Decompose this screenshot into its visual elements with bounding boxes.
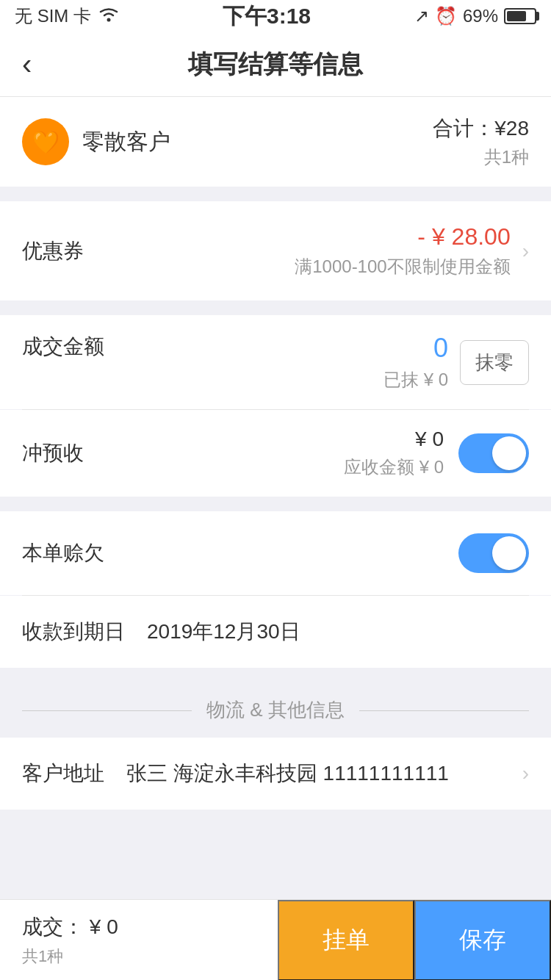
alarm-icon: ⏰ <box>435 6 457 26</box>
coupon-value: - ¥ 28.00 <box>295 223 510 251</box>
bottom-summary: 成交： ¥ 0 共1种 <box>0 900 278 980</box>
coupon-row[interactable]: 优惠券 - ¥ 28.00 满1000-100不限制使用金额 › <box>0 201 551 300</box>
save-button[interactable]: 保存 <box>414 900 551 980</box>
address-left: 客户地址 张三 海淀永丰科技园 11111111111 <box>22 760 449 788</box>
content-area: 🧡 零散客户 合计：¥28 共1种 优惠券 - ¥ 28.00 满1000-10… <box>0 97 551 912</box>
prepayment-toggle[interactable] <box>458 433 529 473</box>
due-date-value: 2019年12月30日 <box>147 618 300 646</box>
coupon-sub: 满1000-100不限制使用金额 <box>295 255 510 278</box>
battery-percent: 69% <box>463 6 498 26</box>
sim-status: 无 SIM 卡 <box>15 4 91 28</box>
address-row[interactable]: 客户地址 张三 海淀永丰科技园 11111111111 › <box>0 738 551 810</box>
status-left: 无 SIM 卡 <box>15 4 119 28</box>
prepayment-label: 冲预收 <box>22 439 84 467</box>
divider-5 <box>0 810 551 824</box>
bottom-count: 共1种 <box>22 945 256 968</box>
coupon-label: 优惠券 <box>22 237 84 265</box>
deal-amount-label: 成交金额 <box>22 333 104 361</box>
bottom-bar: 成交： ¥ 0 共1种 挂单 保存 <box>0 899 551 980</box>
deal-right: 0 已抹 ¥ 0 抹零 <box>383 333 529 392</box>
deal-amount-sub: 已抹 ¥ 0 <box>383 368 448 392</box>
page-title: 填写结算等信息 <box>188 48 363 82</box>
customer-avatar: 🧡 <box>22 118 69 165</box>
prepayment-sub: 应收金额 ¥ 0 <box>344 455 444 479</box>
logistics-header: 物流 & 其他信息 <box>0 682 551 738</box>
deal-amount-row: 成交金额 0 已抹 ¥ 0 抹零 <box>0 315 551 409</box>
customer-section: 🧡 零散客户 合计：¥28 共1种 <box>0 97 551 187</box>
customer-left: 🧡 零散客户 <box>22 118 170 165</box>
prepayment-row: 冲预收 ¥ 0 应收金额 ¥ 0 <box>0 410 551 497</box>
address-section: 客户地址 张三 海淀永丰科技园 11111111111 › <box>0 738 551 810</box>
credit-section: 本单赊欠 <box>0 511 551 595</box>
bottom-deal-label: 成交： <box>22 915 84 938</box>
address-label: 客户地址 <box>22 760 104 788</box>
round-zero-button[interactable]: 抹零 <box>460 340 529 385</box>
hold-order-button[interactable]: 挂单 <box>278 900 414 980</box>
avatar-icon: 🧡 <box>32 129 60 155</box>
coupon-values: - ¥ 28.00 满1000-100不限制使用金额 <box>295 223 510 278</box>
wifi-icon <box>98 6 119 26</box>
prepayment-values: ¥ 0 应收金额 ¥ 0 <box>344 428 444 479</box>
credit-label: 本单赊欠 <box>22 539 104 567</box>
divider-3 <box>0 497 551 511</box>
deal-input-area: 0 已抹 ¥ 0 <box>383 333 448 392</box>
credit-row: 本单赊欠 <box>0 511 551 595</box>
customer-right: 合计：¥28 共1种 <box>433 115 529 169</box>
back-button[interactable]: ‹ <box>22 48 32 81</box>
coupon-section: 优惠券 - ¥ 28.00 满1000-100不限制使用金额 › <box>0 201 551 300</box>
customer-row: 🧡 零散客户 合计：¥28 共1种 <box>0 97 551 187</box>
customer-total: 合计：¥28 <box>433 115 529 143</box>
divider-2 <box>0 300 551 315</box>
status-bar: 无 SIM 卡 下午3:18 ↗ ⏰ 69% <box>0 0 551 32</box>
divider-1 <box>0 187 551 201</box>
address-chevron: › <box>522 762 529 785</box>
prepayment-value: ¥ 0 <box>344 428 444 451</box>
deal-amount-value[interactable]: 0 <box>383 333 448 364</box>
due-date-label: 收款到期日 <box>22 618 125 646</box>
coupon-chevron: › <box>522 239 529 263</box>
credit-toggle-knob <box>492 536 526 570</box>
svg-point-0 <box>107 18 111 22</box>
bottom-deal-value: ¥ 0 <box>90 915 118 938</box>
location-icon: ↗ <box>414 6 429 26</box>
nav-bar: ‹ 填写结算等信息 <box>0 32 551 97</box>
logistics-header-text: 物流 & 其他信息 <box>192 697 359 723</box>
bottom-deal: 成交： ¥ 0 <box>22 913 256 941</box>
back-icon: ‹ <box>22 48 32 81</box>
deal-amount-section: 成交金额 0 已抹 ¥ 0 抹零 <box>0 315 551 409</box>
credit-toggle[interactable] <box>458 533 529 573</box>
divider-4 <box>0 668 551 682</box>
address-value: 张三 海淀永丰科技园 11111111111 <box>126 760 449 788</box>
prepayment-section: 冲预收 ¥ 0 应收金额 ¥ 0 <box>0 410 551 497</box>
customer-name: 零散客户 <box>82 127 170 157</box>
prepayment-right: ¥ 0 应收金额 ¥ 0 <box>344 428 529 479</box>
due-date-row[interactable]: 收款到期日 2019年12月30日 <box>0 596 551 668</box>
battery-icon <box>504 8 536 24</box>
status-time: 下午3:18 <box>223 1 311 32</box>
status-right: ↗ ⏰ 69% <box>414 6 536 26</box>
due-date-section: 收款到期日 2019年12月30日 <box>0 596 551 668</box>
toggle-knob <box>492 436 526 470</box>
customer-count: 共1种 <box>433 145 529 169</box>
coupon-right: - ¥ 28.00 满1000-100不限制使用金额 › <box>295 223 529 278</box>
